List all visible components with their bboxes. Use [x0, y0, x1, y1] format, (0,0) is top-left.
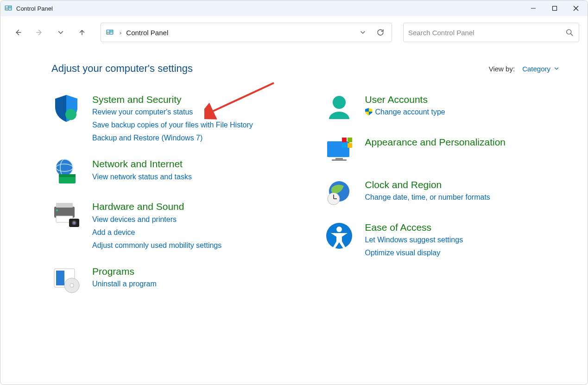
svg-rect-36 [342, 138, 347, 142]
category-link[interactable]: Adjust commonly used mobility settings [92, 239, 221, 252]
svg-rect-2 [9, 6, 11, 8]
svg-line-15 [571, 34, 573, 36]
svg-rect-1 [6, 6, 8, 8]
category-link[interactable]: Optimize visual display [365, 246, 463, 259]
recent-dropdown-button[interactable] [51, 23, 70, 42]
window-title: Control Panel [16, 5, 53, 12]
minimize-button[interactable] [523, 0, 544, 16]
up-button[interactable] [73, 23, 91, 42]
back-button[interactable] [9, 23, 27, 42]
svg-rect-20 [59, 174, 76, 177]
globe-network-icon [51, 158, 81, 187]
category-title[interactable]: Hardware and Sound [92, 201, 184, 212]
category-link[interactable]: Backup and Restore (Windows 7) [92, 132, 253, 145]
search-icon [565, 28, 574, 37]
close-button[interactable] [565, 0, 587, 16]
svg-rect-39 [348, 143, 352, 148]
category-title[interactable]: Network and Internet [92, 158, 183, 169]
svg-rect-4 [9, 8, 11, 10]
category-title[interactable]: Clock and Region [365, 179, 442, 190]
category-link[interactable]: Add a device [92, 226, 221, 239]
category-link[interactable]: View devices and printers [92, 213, 221, 226]
svg-rect-3 [6, 8, 8, 10]
svg-point-27 [73, 222, 76, 224]
category-network-internet: Network and Internet View network status… [51, 158, 287, 187]
navbar: › Control Panel [0, 16, 588, 49]
category-user-accounts: User Accounts Change account type [324, 93, 560, 123]
address-dropdown-button[interactable] [354, 24, 371, 41]
svg-rect-37 [348, 138, 352, 142]
category-system-security: System and Security Review your computer… [51, 93, 287, 145]
user-icon [324, 93, 354, 123]
right-column: User Accounts Change account type Appear… [324, 93, 560, 308]
printer-camera-icon [51, 200, 81, 230]
svg-rect-35 [332, 159, 347, 161]
category-programs: Programs Uninstall a program [51, 265, 287, 295]
category-link[interactable]: Let Windows suggest settings [365, 234, 463, 246]
forward-button[interactable] [30, 23, 49, 42]
control-panel-icon [106, 28, 114, 37]
svg-rect-13 [110, 32, 113, 34]
address-bar[interactable]: › Control Panel [101, 23, 392, 42]
svg-rect-22 [56, 203, 73, 208]
left-column: System and Security Review your computer… [51, 93, 287, 308]
category-title[interactable]: Appearance and Personalization [365, 137, 506, 147]
page-heading: Adjust your computer's settings [51, 63, 193, 75]
accessibility-icon [324, 221, 354, 251]
programs-disc-icon [51, 265, 81, 295]
svg-point-45 [336, 227, 342, 232]
category-hardware-sound: Hardware and Sound View devices and prin… [51, 200, 287, 252]
view-by-selector[interactable]: View by: Category [489, 65, 560, 73]
globe-clock-icon [324, 178, 354, 208]
titlebar: Control Panel [0, 0, 588, 16]
search-input[interactable] [408, 29, 565, 37]
svg-point-31 [70, 284, 74, 287]
svg-point-24 [56, 209, 58, 211]
monitor-apps-icon [324, 136, 354, 165]
category-title[interactable]: User Accounts [365, 94, 428, 105]
svg-rect-38 [342, 143, 347, 148]
shield-icon [51, 93, 81, 123]
svg-rect-6 [553, 6, 557, 11]
category-clock-region: Clock and Region Change date, time, or n… [324, 178, 560, 208]
control-panel-app-icon [4, 4, 13, 13]
chevron-down-icon [553, 65, 560, 72]
category-link[interactable]: Uninstall a program [92, 278, 157, 290]
category-link[interactable]: Change date, time, or number formats [365, 191, 490, 204]
view-by-value[interactable]: Category [522, 65, 560, 73]
category-appearance-personalization: Appearance and Personalization [324, 136, 560, 165]
view-by-label: View by: [489, 65, 515, 73]
content-area: Adjust your computer's settings View by:… [0, 49, 588, 308]
category-link[interactable]: Change account type [365, 106, 445, 119]
address-path: Control Panel [126, 29, 354, 37]
refresh-button[interactable] [372, 24, 389, 41]
svg-rect-11 [110, 31, 113, 32]
category-link[interactable]: Review your computer's status [92, 106, 253, 119]
category-title[interactable]: Ease of Access [365, 222, 432, 233]
svg-point-14 [567, 30, 571, 34]
category-title[interactable]: Programs [92, 266, 134, 277]
category-title[interactable]: System and Security [92, 94, 182, 105]
breadcrumb-chevron-icon: › [120, 29, 121, 36]
search-box[interactable] [403, 23, 579, 42]
svg-point-16 [65, 109, 76, 120]
category-link[interactable]: View network status and tasks [92, 170, 192, 183]
category-link[interactable]: Save backup copies of your files with Fi… [92, 119, 253, 132]
svg-rect-10 [107, 31, 109, 32]
svg-point-32 [333, 96, 346, 109]
svg-rect-12 [107, 32, 109, 34]
svg-rect-29 [56, 271, 64, 285]
svg-rect-34 [335, 158, 343, 159]
maximize-button[interactable] [544, 0, 565, 16]
category-ease-of-access: Ease of Access Let Windows suggest setti… [324, 221, 560, 259]
